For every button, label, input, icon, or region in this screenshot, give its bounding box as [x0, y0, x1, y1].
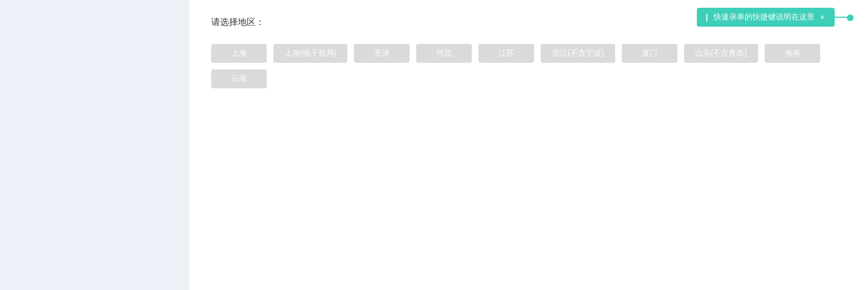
region-btn-shanghai-etax[interactable]: 上海(电子税局)	[273, 44, 347, 63]
tooltip-text: 快速录单的快捷键说明在这里	[714, 12, 815, 22]
sidebar	[0, 0, 189, 290]
tooltip-close-button[interactable]: ×	[819, 13, 826, 22]
region-btn-zhejiang[interactable]: 浙江(不含宁波)	[541, 44, 615, 63]
region-btn-hainan[interactable]: 海南	[765, 44, 820, 63]
region-btn-jiangsu[interactable]: 江苏	[478, 44, 534, 63]
region-buttons-container: 上海上海(电子税局)天津河北江苏浙江(不含宁波)厦门山东(不含青岛)海南云南	[211, 44, 846, 88]
region-btn-hebei[interactable]: 河北	[416, 44, 472, 63]
region-btn-shanghai[interactable]: 上海	[211, 44, 267, 63]
tooltip-dot	[847, 14, 854, 21]
region-btn-yunnan[interactable]: 云南	[211, 69, 267, 88]
tooltip-line	[835, 17, 847, 18]
region-btn-shandong[interactable]: 山东(不含青岛)	[684, 44, 758, 63]
main-content: 请选择地区： 上海上海(电子税局)天津河北江苏浙江(不含宁波)厦门山东(不含青岛…	[189, 0, 868, 290]
region-btn-xiamen[interactable]: 厦门	[622, 44, 677, 63]
region-btn-tianjin[interactable]: 天津	[354, 44, 410, 63]
tooltip-banner: 快速录单的快捷键说明在这里 ×	[697, 8, 835, 27]
